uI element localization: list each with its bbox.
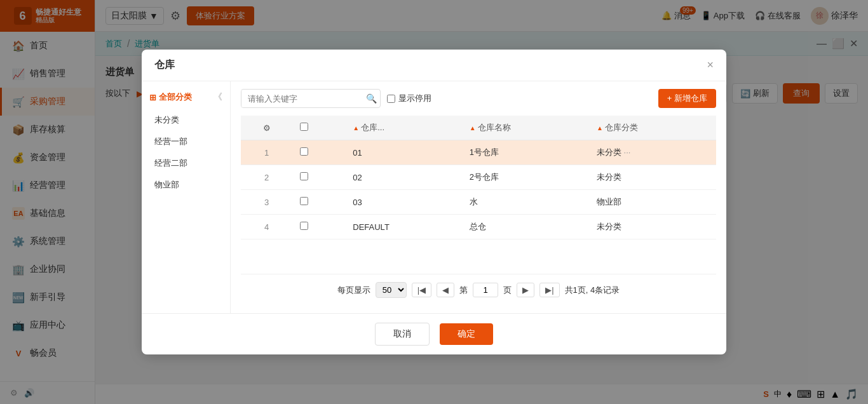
category-item-ops2[interactable]: 经营二部 (142, 152, 230, 174)
gear-col-icon: ⚙ (263, 123, 271, 133)
pagination: 每页显示 50 |◀ ◀ 第 页 ▶ ▶| 共1页, 4条记录 (241, 274, 716, 306)
row-code: 01 (345, 140, 462, 165)
row-category: 未分类 (589, 165, 716, 190)
show-disabled-checkbox[interactable]: 显示停用 (387, 93, 431, 104)
search-input[interactable] (241, 90, 361, 107)
select-all-checkbox[interactable] (300, 123, 308, 131)
sort-name[interactable]: ▲ 仓库名称 (470, 122, 581, 133)
table-row[interactable]: 3 03 水 物业部 (241, 190, 716, 215)
col-settings: ⚙ (241, 116, 292, 140)
col-code[interactable]: ▲ 仓库... (345, 116, 462, 140)
row-num: 2 (241, 165, 292, 190)
modal-body: ⊞ 全部分类 《 未分类 经营一部 经营二部 物业部 (142, 81, 726, 313)
row-checkbox[interactable] (292, 140, 345, 165)
sort-name-icon: ▲ (470, 125, 476, 131)
row-checkbox[interactable] (292, 215, 345, 239)
sort-category[interactable]: ▲ 仓库分类 (597, 122, 709, 133)
total-records: 共1页, 4条记录 (565, 285, 620, 296)
row-checkbox[interactable] (292, 190, 345, 215)
row-num: 4 (241, 215, 292, 239)
confirm-button[interactable]: 确定 (440, 323, 493, 345)
disabled-checkbox[interactable] (387, 95, 395, 103)
modal-close-button[interactable]: × (707, 58, 714, 72)
show-disabled-label: 显示停用 (398, 93, 431, 104)
next-page-button[interactable]: ▶ (517, 283, 534, 297)
modal-main: 🔍 显示停用 + 新增仓库 (231, 81, 726, 313)
row-code: DEFAULT (345, 215, 462, 239)
row-num: 3 (241, 190, 292, 215)
modal-header: 仓库 × (142, 56, 726, 81)
warehouse-modal: 仓库 × ⊞ 全部分类 《 未分类 (142, 56, 726, 354)
page-input[interactable] (473, 283, 498, 297)
grid-icon: ⊞ (149, 93, 156, 102)
main-area: 日太阳膜 ▼ ⚙ 体验行业方案 🔔 消息 99+ 📱 App下载 🎧 在线客服 … (95, 0, 868, 404)
modal-footer: 取消 确定 (142, 313, 726, 354)
page-content: 进货单 按以下 ▶ 批 🖨 打印 📤 导出 🔄 刷新 (95, 56, 868, 384)
row-num: 1 (241, 140, 292, 165)
row-name: 总仓 (462, 215, 589, 239)
per-page-label: 每页显示 (337, 285, 370, 296)
category-item-ops1[interactable]: 经营一部 (142, 131, 230, 152)
row-checkbox[interactable] (292, 165, 345, 190)
table-container: ⚙ ▲ 仓库... (241, 116, 716, 269)
warehouse-table: ⚙ ▲ 仓库... (241, 116, 716, 239)
category-sidebar: ⊞ 全部分类 《 未分类 经营一部 经营二部 物业部 (142, 81, 231, 313)
category-title: 全部分类 (159, 91, 192, 103)
col-name[interactable]: ▲ 仓库名称 (462, 116, 589, 140)
table-row[interactable]: 2 02 2号仓库 未分类 (241, 165, 716, 190)
category-item-property[interactable]: 物业部 (142, 174, 230, 196)
col-category[interactable]: ▲ 仓库分类 (589, 116, 716, 140)
row-category: 未分类 ··· (589, 140, 716, 165)
category-header: ⊞ 全部分类 《 (142, 88, 230, 109)
search-box: 🔍 (241, 89, 381, 108)
action-dots[interactable]: ··· (624, 147, 631, 157)
sort-code[interactable]: ▲ 仓库... (353, 122, 454, 133)
page-suffix: 页 (503, 285, 512, 296)
page-label: 第 (459, 285, 468, 296)
row-category: 物业部 (589, 190, 716, 215)
last-page-button[interactable]: ▶| (539, 283, 559, 297)
row-name: 水 (462, 190, 589, 215)
row-name: 2号仓库 (462, 165, 589, 190)
category-item-unclassified[interactable]: 未分类 (142, 109, 230, 131)
prev-page-button[interactable]: ◀ (437, 283, 454, 297)
row-code: 02 (345, 165, 462, 190)
category-collapse-button[interactable]: 《 (214, 91, 222, 103)
modal-toolbar: 🔍 显示停用 + 新增仓库 (241, 89, 716, 108)
row-name: 1号仓库 (462, 140, 589, 165)
add-warehouse-button[interactable]: + 新增仓库 (658, 89, 716, 108)
search-button[interactable]: 🔍 (361, 90, 381, 107)
modal-title: 仓库 (154, 58, 175, 72)
per-page-select[interactable]: 50 (376, 282, 407, 298)
row-category: 未分类 (589, 215, 716, 239)
table-row[interactable]: 4 DEFAULT 总仓 未分类 (241, 215, 716, 239)
col-checkbox (292, 116, 345, 140)
table-row[interactable]: 1 01 1号仓库 未分类 ··· (241, 140, 716, 165)
first-page-button[interactable]: |◀ (412, 283, 431, 297)
cancel-button[interactable]: 取消 (375, 323, 430, 346)
row-code: 03 (345, 190, 462, 215)
sort-icon: ▲ (353, 125, 359, 131)
modal-overlay: 仓库 × ⊞ 全部分类 《 未分类 (95, 56, 868, 384)
sort-cat-icon: ▲ (597, 125, 603, 131)
